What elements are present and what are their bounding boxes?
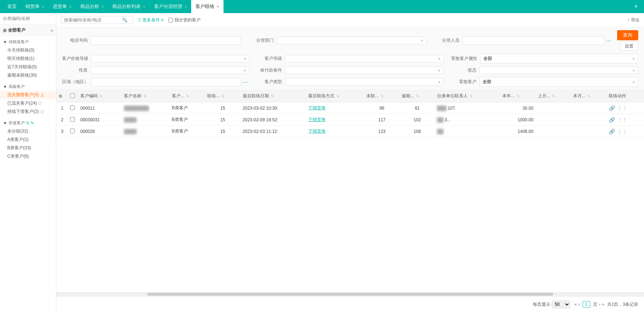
payment-select[interactable]: ∨ <box>285 66 444 74</box>
sidebar-item-churn-warning[interactable]: 流失预警客户(3) ⚠ <box>0 91 56 99</box>
close-icon[interactable]: × <box>143 4 145 9</box>
row-checkbox[interactable] <box>70 129 75 133</box>
filter-row-2: 客户价格等级 ∨ 客户等级 ∨ 零散客户属性 <box>62 54 638 64</box>
row-this-month <box>571 126 606 137</box>
row-contact: 15 <box>205 102 240 114</box>
my-customer-checkbox[interactable] <box>168 18 173 23</box>
close-all-button[interactable]: × <box>631 1 641 12</box>
next-page-button[interactable]: › <box>599 302 600 307</box>
more-actions-icon[interactable]: ⋮⋮ <box>617 129 627 134</box>
sidebar-group-risk-title[interactable]: ▼ 风险客户 <box>0 82 56 91</box>
sidebar-item-tomorrow[interactable]: 明天待联络(1) <box>0 54 56 63</box>
col-name[interactable]: 客户名称 ⇅ <box>122 90 169 102</box>
nav-item-sales[interactable]: 销货单 × <box>21 0 48 13</box>
col-year[interactable]: 本年... ⇅ <box>500 90 535 102</box>
sidebar-item-b-class[interactable]: B类客户(33) <box>0 144 56 152</box>
row-last-month <box>536 102 571 114</box>
phone-input[interactable] <box>90 36 241 45</box>
region-input[interactable] <box>91 78 241 86</box>
scatter-attr-label: 零散客户属性 <box>451 56 477 62</box>
col-code[interactable]: 客户编码 ⇅ <box>78 90 122 102</box>
link-icon[interactable]: 🔗 <box>609 129 615 134</box>
more-actions-icon[interactable]: ⋮⋮ <box>617 117 627 123</box>
sidebar-item-today[interactable]: 今天待联络(0) <box>0 46 56 54</box>
total-info: 共1页，3条记录 <box>607 301 638 308</box>
row-checkbox[interactable] <box>70 105 75 110</box>
row-contact2: ███ 107. <box>435 102 500 114</box>
export-button[interactable]: ↑ 导出 <box>627 17 640 23</box>
nature-select[interactable]: ∨ <box>90 66 249 74</box>
status-select[interactable]: ∨ <box>479 66 638 74</box>
row-checkbox[interactable] <box>70 117 75 122</box>
price-level-select[interactable]: ∨ <box>91 55 249 62</box>
nav-item-analysis[interactable]: 商品分析 × <box>76 0 108 13</box>
current-page: 1 <box>583 301 590 308</box>
gear-icon[interactable]: ⚙ <box>59 94 63 99</box>
col-contact[interactable]: 联络... ⇅ <box>205 90 240 102</box>
cust-type-select[interactable]: ∨ <box>285 78 444 86</box>
nav-item-customer-layer[interactable]: 客户分层经营 × <box>150 0 191 13</box>
first-page-button[interactable]: « <box>575 302 577 307</box>
sidebar-group-value-title[interactable]: ▼ 价值客户 ↻ ✎ <box>0 119 56 127</box>
page-size-select[interactable]: 50 100 <box>552 300 570 308</box>
horizontal-scrollbar[interactable] <box>56 292 644 296</box>
search-icon[interactable]: 🔍 <box>122 17 128 23</box>
more-icon[interactable]: ··· <box>604 37 613 44</box>
sidebar-group-pending-title[interactable]: ▼ 待联络客户 <box>0 38 56 46</box>
col-last-month[interactable]: 上月... ⇅ <box>536 90 571 102</box>
nav-item-customer-contact[interactable]: 客户联络 × <box>191 0 223 13</box>
close-icon[interactable]: × <box>185 4 187 9</box>
sidebar-item-c-class[interactable]: C类客户(6) <box>0 152 56 161</box>
sidebar-search-input[interactable] <box>3 16 56 21</box>
filter-field-cust-level: 客户等级 ∨ <box>257 55 444 62</box>
col-type[interactable]: 客户... ⇅ <box>170 90 205 102</box>
refresh-icon[interactable]: ↻ <box>26 121 30 126</box>
col-contact2[interactable]: 往来单位联系人 ⇅ <box>435 90 500 102</box>
col-gear[interactable]: ⚙ <box>56 90 68 102</box>
sidebar-item-a-class[interactable]: A类客户(1) <box>0 135 56 144</box>
col-overdue[interactable]: 逾期... ⇅ <box>399 90 435 102</box>
person-input[interactable] <box>462 36 604 45</box>
sidebar-group-pending: ▼ 待联络客户 今天待联络(0) 明天待联络(1) 近7天待联络(0) 逾期未联… <box>0 36 56 81</box>
row-actions: 🔗 ⋮⋮ <box>607 126 644 137</box>
cust-level-select[interactable]: ∨ <box>285 55 444 62</box>
nav-item-home[interactable]: 首页 <box>3 0 21 13</box>
last-page-button[interactable]: » <box>602 302 604 307</box>
sidebar-item-week[interactable]: 近7天待联络(0) <box>0 63 56 71</box>
table-row: 3 000026 ████ B类客户 15 2023-02-03 11:12: … <box>56 126 644 137</box>
col-unlink[interactable]: 未联... ⇅ <box>364 90 399 102</box>
nav-item-purchase[interactable]: 进货单 × <box>48 0 76 13</box>
link-icon[interactable]: 🔗 <box>609 117 615 123</box>
query-button[interactable]: 查询 <box>617 30 638 40</box>
col-last-method[interactable]: 最后联络方式 ⇅ <box>306 90 364 102</box>
close-icon[interactable]: × <box>69 4 71 9</box>
scatter-cust-select[interactable]: 全部 ∨ <box>479 77 638 87</box>
more-actions-icon[interactable]: ⋮⋮ <box>617 105 627 111</box>
sidebar-item-overdue[interactable]: 逾期未联络(30) <box>0 71 56 80</box>
close-icon[interactable]: × <box>42 4 44 9</box>
filter-row-3: 性质 ∨ 收付款条件 ∨ 状态 <box>62 66 638 74</box>
filter-field-cust-type: 客户类型 ∨ <box>257 78 444 86</box>
search-input[interactable] <box>64 17 122 23</box>
scatter-attr-select[interactable]: 全部 ∨ <box>480 54 638 64</box>
more-icon[interactable]: ··· <box>241 79 249 85</box>
more-filter-button[interactable]: ▽ 更多条件 ∨ <box>138 17 164 23</box>
dept-select[interactable]: ∨ <box>277 37 427 44</box>
link-icon[interactable]: 🔗 <box>609 105 615 111</box>
prev-page-button[interactable]: ‹ <box>578 302 580 307</box>
nav-item-analysis-list[interactable]: 商品分析列表 × <box>108 0 149 13</box>
close-icon[interactable]: × <box>217 4 219 9</box>
select-all-checkbox[interactable] <box>70 93 75 98</box>
collapse-icon[interactable]: « <box>51 28 53 33</box>
edit-icon[interactable]: ✎ <box>31 121 34 126</box>
my-customer-checkbox-label[interactable]: 我分管的客户 <box>168 17 201 23</box>
sidebar-item-declining[interactable]: 持续下滑客户(2) ⓘ <box>0 108 56 116</box>
setting-button[interactable]: 设置 <box>620 42 638 51</box>
col-last-date[interactable]: 最后联络日期 ⇅ <box>241 90 306 102</box>
col-this-month[interactable]: 本月... ⇅ <box>571 90 606 102</box>
sidebar-item-ungroup[interactable]: 未分组(32) <box>0 127 56 135</box>
sidebar-item-churned[interactable]: 已流失客户(24) ⓘ <box>0 99 56 108</box>
close-icon[interactable]: × <box>101 4 104 9</box>
scrollbar-thumb[interactable] <box>147 293 553 296</box>
warning-icon: ⚠ <box>40 93 44 98</box>
